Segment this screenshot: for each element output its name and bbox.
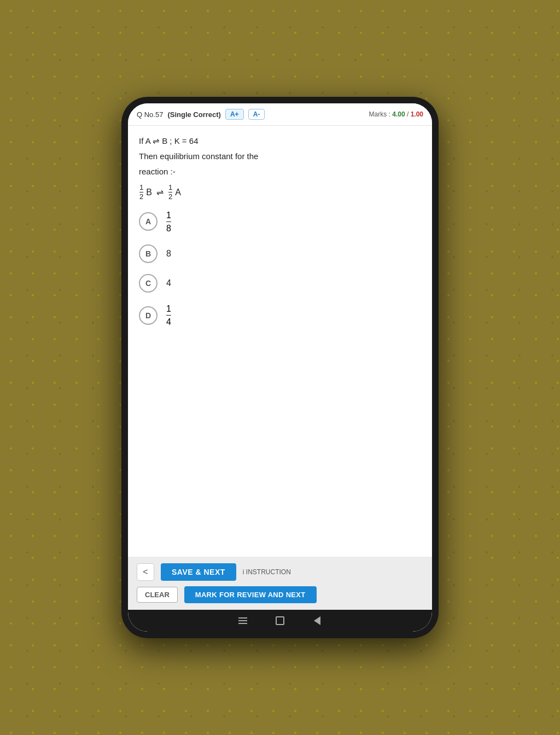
option-b-label: B bbox=[145, 249, 151, 258]
reaction-right-fraction: 1 2 bbox=[168, 184, 172, 201]
bottom-row-2: CLEAR MARK FOR REVIEW AND NEXT bbox=[137, 586, 423, 603]
marks-info: Marks : 4.00 / 1.00 bbox=[369, 110, 423, 118]
option-a-label: A bbox=[145, 217, 151, 226]
font-increase-button[interactable]: A+ bbox=[225, 109, 244, 120]
marks-label-text: Marks : bbox=[369, 110, 390, 118]
instruction-button[interactable]: i INSTRUCTION bbox=[243, 568, 291, 576]
reaction-left-fraction: 1 2 bbox=[139, 184, 143, 201]
question-type: (Single Correct) bbox=[167, 110, 221, 119]
question-number: Q No.57 bbox=[137, 110, 163, 119]
nav-back-button[interactable] bbox=[312, 615, 323, 626]
marks-positive: 4.00 bbox=[392, 110, 405, 118]
question-line2: Then equilibrium constant for the bbox=[139, 150, 421, 163]
option-a-row[interactable]: A 1 8 bbox=[139, 210, 421, 234]
option-a-numerator: 1 bbox=[166, 210, 171, 222]
reaction-equation: 1 2 B ⇌ 1 2 A bbox=[139, 184, 421, 201]
nav-menu-button[interactable] bbox=[237, 615, 248, 626]
question-line3: reaction :- bbox=[139, 165, 421, 178]
option-c-label: C bbox=[145, 279, 151, 288]
reaction-right-numerator: 1 bbox=[168, 184, 172, 192]
option-d-label: D bbox=[145, 311, 151, 320]
home-icon bbox=[276, 616, 284, 625]
options-list: A 1 8 B 8 C bbox=[139, 210, 421, 328]
font-decrease-button[interactable]: A- bbox=[248, 109, 265, 120]
back-icon bbox=[314, 616, 320, 625]
option-d-numerator: 1 bbox=[166, 304, 171, 316]
save-next-button[interactable]: SAVE & NEXT bbox=[161, 563, 236, 581]
question-text: If A ⇌ B ; K = 64 Then equilibrium const… bbox=[139, 135, 421, 178]
option-d-row[interactable]: D 1 4 bbox=[139, 304, 421, 327]
option-a-value: 1 8 bbox=[166, 210, 171, 234]
reaction-right-denominator: 2 bbox=[168, 192, 172, 201]
option-d-denominator: 4 bbox=[166, 316, 171, 327]
option-c-circle[interactable]: C bbox=[139, 274, 158, 293]
reaction-left-variable: B bbox=[146, 188, 152, 197]
nav-home-button[interactable] bbox=[275, 615, 285, 626]
marks-separator: / bbox=[407, 110, 411, 118]
phone-screen: Q No.57 (Single Correct) A+ A- Marks : 4… bbox=[128, 103, 432, 632]
option-b-value: 8 bbox=[166, 249, 171, 259]
question-line1: If A ⇌ B ; K = 64 bbox=[139, 135, 421, 148]
option-b-row[interactable]: B 8 bbox=[139, 244, 421, 263]
option-a-denominator: 8 bbox=[166, 222, 171, 234]
header-bar: Q No.57 (Single Correct) A+ A- Marks : 4… bbox=[128, 103, 432, 126]
reaction-right-variable: A bbox=[175, 188, 181, 197]
menu-icon bbox=[238, 617, 247, 624]
option-d-circle[interactable]: D bbox=[139, 306, 158, 325]
mark-review-button[interactable]: MARK FOR REVIEW AND NEXT bbox=[184, 586, 317, 603]
clear-button[interactable]: CLEAR bbox=[137, 587, 178, 603]
option-d-value: 1 4 bbox=[166, 304, 171, 327]
android-nav-bar bbox=[128, 610, 432, 632]
option-a-circle[interactable]: A bbox=[139, 212, 158, 231]
option-c-row[interactable]: C 4 bbox=[139, 274, 421, 293]
back-button[interactable]: < bbox=[137, 563, 154, 581]
question-content: If A ⇌ B ; K = 64 Then equilibrium const… bbox=[128, 126, 432, 557]
option-c-value: 4 bbox=[166, 278, 171, 288]
bottom-bar: < SAVE & NEXT i INSTRUCTION CLEAR MARK F… bbox=[128, 557, 432, 610]
option-b-circle[interactable]: B bbox=[139, 244, 158, 263]
equilibrium-arrow: ⇌ bbox=[156, 187, 164, 197]
marks-negative: 1.00 bbox=[411, 110, 423, 118]
phone-device: Q No.57 (Single Correct) A+ A- Marks : 4… bbox=[121, 97, 439, 638]
reaction-left-numerator: 1 bbox=[139, 184, 143, 192]
bottom-row-1: < SAVE & NEXT i INSTRUCTION bbox=[137, 563, 423, 581]
reaction-left-denominator: 2 bbox=[139, 192, 143, 201]
